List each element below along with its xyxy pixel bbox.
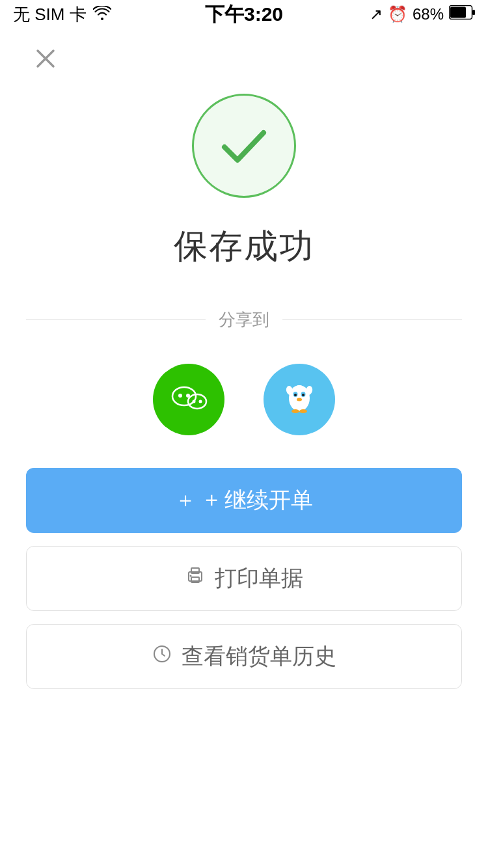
print-icon <box>185 565 206 591</box>
battery-text: 68% <box>413 5 444 23</box>
svg-rect-2 <box>450 7 466 18</box>
wifi-icon <box>93 5 111 25</box>
share-section: 分享到 <box>0 308 488 435</box>
status-left: 无 SIM 卡 <box>13 3 111 26</box>
action-buttons: ＋ + 继续开单 打印单据 查看销货单历 <box>0 468 488 689</box>
alarm-icon: ⏰ <box>388 5 407 23</box>
share-label: 分享到 <box>206 308 282 331</box>
location-icon: ↗ <box>370 5 383 23</box>
main-content: 保存成功 分享到 <box>0 29 488 689</box>
svg-point-21 <box>299 409 307 413</box>
share-divider: 分享到 <box>26 308 462 331</box>
svg-point-14 <box>294 394 297 396</box>
share-icons <box>26 364 462 435</box>
svg-point-25 <box>190 575 192 577</box>
status-bar: 无 SIM 卡 下午3:20 ↗ ⏰ 68% <box>0 0 488 29</box>
svg-rect-1 <box>472 10 475 15</box>
history-label: 查看销货单历史 <box>182 642 336 671</box>
history-button[interactable]: 查看销货单历史 <box>26 624 462 689</box>
close-button[interactable] <box>26 39 65 78</box>
battery-icon <box>449 5 475 23</box>
success-title: 保存成功 <box>174 224 314 269</box>
qq-share-button[interactable] <box>264 364 335 435</box>
status-right: ↗ ⏰ 68% <box>370 5 475 23</box>
svg-point-6 <box>188 394 206 409</box>
svg-point-8 <box>186 394 190 398</box>
success-icon-circle <box>192 94 296 198</box>
status-time: 下午3:20 <box>205 1 283 28</box>
svg-point-16 <box>302 394 305 396</box>
svg-point-10 <box>198 400 202 403</box>
history-icon <box>152 644 172 670</box>
print-label: 打印单据 <box>215 563 303 593</box>
continue-button[interactable]: ＋ + 继续开单 <box>26 468 462 533</box>
print-button[interactable]: 打印单据 <box>26 546 462 611</box>
sim-text: 无 SIM 卡 <box>13 3 87 26</box>
svg-point-17 <box>297 398 302 401</box>
svg-point-9 <box>192 400 195 403</box>
continue-label: + 继续开单 <box>205 485 312 515</box>
continue-icon: ＋ <box>175 486 196 515</box>
svg-point-20 <box>291 409 299 413</box>
wechat-share-button[interactable] <box>153 364 224 435</box>
svg-point-7 <box>178 394 182 398</box>
